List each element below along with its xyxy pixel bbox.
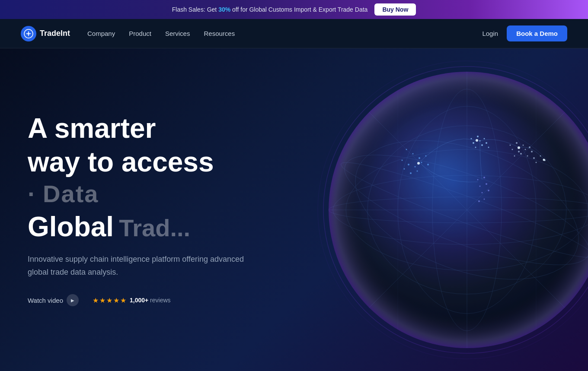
hero-trade: Trad...: [119, 214, 190, 242]
star-3: ★: [106, 296, 112, 304]
nav-item-company[interactable]: Company: [87, 30, 115, 38]
hero-line2: way to access: [28, 147, 258, 177]
hero-global: Global: [28, 211, 114, 243]
star-5: ★: [120, 296, 126, 304]
play-icon: ▶: [67, 294, 79, 306]
logo-text: TradeInt: [40, 29, 70, 38]
hero-line4: Global Trad...: [28, 211, 258, 243]
review-count: 1,000+ reviews: [130, 297, 171, 304]
hero-line1: A smarter: [28, 113, 258, 143]
svg-point-1: [27, 32, 30, 35]
hero-description: Innovative supply chain intelligence pla…: [28, 253, 258, 279]
logo-icon: [21, 26, 36, 41]
logo[interactable]: TradeInt: [21, 26, 70, 41]
hero-section: A smarter way to access · Data Global Tr…: [0, 48, 588, 371]
star-4: ★: [113, 296, 119, 304]
nav-item-resources[interactable]: Resources: [204, 30, 235, 38]
nav-right: Login Book a Demo: [482, 25, 567, 41]
flash-banner: Flash Sales: Get 30% off for Global Cust…: [0, 0, 588, 19]
star-rating: ★ ★ ★ ★ ★: [93, 296, 126, 304]
hero-line3: · Data: [28, 181, 258, 207]
nav-item-product[interactable]: Product: [129, 30, 151, 38]
nav-left: TradeInt Company Product Services Resour…: [21, 26, 235, 41]
flash-text: Flash Sales: Get 30% off for Global Cust…: [172, 6, 368, 13]
watch-video-label: Watch video: [28, 297, 63, 304]
watch-video-link[interactable]: Watch video ▶: [28, 294, 79, 306]
buy-now-button[interactable]: Buy Now: [374, 3, 416, 16]
svg-point-68: [329, 72, 588, 348]
star-1: ★: [93, 296, 99, 304]
star-2: ★: [99, 296, 105, 304]
nav-item-services[interactable]: Services: [165, 30, 190, 38]
hero-actions: Watch video ▶ ★ ★ ★ ★ ★ 1,000+ reviews: [28, 294, 258, 306]
nav-links: Company Product Services Resources: [87, 30, 235, 38]
globe-visual: [311, 54, 588, 365]
navbar: TradeInt Company Product Services Resour…: [0, 19, 588, 48]
reviews: ★ ★ ★ ★ ★ 1,000+ reviews: [93, 296, 171, 304]
demo-button[interactable]: Book a Demo: [507, 25, 567, 41]
login-button[interactable]: Login: [482, 30, 498, 37]
hero-content: A smarter way to access · Data Global Tr…: [0, 79, 285, 341]
